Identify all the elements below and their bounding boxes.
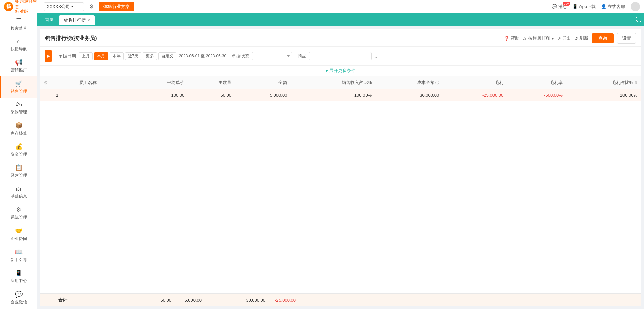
company-name: XXXXX公司	[47, 4, 70, 10]
sidebar-label-system: 系统管理	[11, 215, 27, 220]
message-button[interactable]: 💬 消息 99+	[552, 4, 567, 10]
shortcut-icon: ⌂	[17, 38, 21, 45]
settings-icon[interactable]: ⚙	[87, 2, 96, 11]
row-gross: -25,000.00	[443, 89, 507, 101]
page-title: 销售排行榜(按业务员)	[45, 35, 97, 42]
row-amount: 5,000.00	[235, 89, 291, 101]
app-icon: 📱	[572, 4, 578, 9]
query-button[interactable]: 查询	[592, 33, 614, 43]
logo-text: 畅康通好生意 标准版	[15, 0, 41, 14]
column-settings-icon[interactable]: ⚙	[44, 80, 48, 85]
finance-icon: 💰	[15, 143, 23, 150]
footer-amount: 5,000.00	[175, 298, 206, 303]
sidebar-item-finance[interactable]: 💰 资金管理	[0, 140, 37, 161]
sidebar-label-shortcut: 快捷导航	[11, 46, 27, 52]
sidebar-item-basic[interactable]: 🗂 基础信息	[0, 182, 37, 203]
sidebar-item-marketing[interactable]: 📢 营销推广	[0, 55, 37, 76]
system-icon: ⚙	[16, 206, 22, 213]
footer-gross: -25,000.00	[269, 298, 300, 303]
sidebar-label-apps: 应用中心	[11, 278, 27, 284]
tab-sales-ranking[interactable]: 销售排行榜 ×	[59, 15, 95, 25]
sidebar-label-sales: 销售管理	[11, 89, 27, 94]
sidebar-label-basic: 基础信息	[11, 194, 27, 199]
th-settings: ⚙	[40, 76, 52, 89]
print-icon: 🖨	[523, 36, 527, 41]
tab-bar: 首页 销售排行榜 × — ⛶	[37, 13, 644, 26]
goods-filter-label: 商品	[298, 53, 306, 59]
last7-button[interactable]: 近7天	[125, 52, 141, 60]
sidebar-item-system[interactable]: ⚙ 系统管理	[0, 203, 37, 224]
th-gross-pct: 毛利占比% ⇅	[567, 76, 641, 89]
row-avg-price: 100.00	[132, 89, 189, 101]
service-icon: 👤	[601, 4, 606, 9]
row-sales-pct: 100.00%	[291, 89, 376, 101]
expand-down-icon: ▾	[326, 68, 328, 73]
sidebar-item-search[interactable]: ☰ 搜索菜单	[0, 13, 37, 35]
filter-expand-arrow[interactable]: ▶	[45, 50, 52, 62]
sidebar-item-apps[interactable]: 📱 应用中心	[0, 266, 37, 287]
th-amount: 全额	[235, 76, 291, 89]
logo-icon: 畅	[4, 2, 13, 11]
sidebar-label-marketing: 营销推广	[11, 67, 27, 73]
app-download-button[interactable]: 📱 App下载	[572, 4, 596, 10]
company-selector[interactable]: XXXXX公司 ▾	[44, 2, 84, 11]
status-select[interactable]	[252, 52, 292, 60]
sidebar-item-sales[interactable]: 🛒 销售管理	[0, 76, 37, 98]
setting-button[interactable]: 设置	[617, 33, 636, 44]
help-button[interactable]: ❓ 帮助	[504, 35, 519, 41]
sidebar-item-operations[interactable]: 📋 经营管理	[0, 161, 37, 182]
th-rank	[52, 76, 75, 89]
date-buttons: 上月 本月 本年 近7天 更多 自定义	[79, 52, 176, 60]
row-gross-pct: 100.00%	[567, 89, 641, 101]
sidebar-item-shortcut[interactable]: ⌂ 快捷导航	[0, 35, 37, 55]
more-filters-icon[interactable]: …	[374, 54, 379, 59]
sidebar-item-enterprise[interactable]: 🤝 企业协同	[0, 224, 37, 245]
custom-date-button[interactable]: 自定义	[158, 52, 176, 60]
sidebar-item-guide[interactable]: 📖 新手引导	[0, 245, 37, 266]
sidebar-label-inventory: 库存核算	[11, 131, 27, 136]
top-bar: 畅 畅康通好生意 标准版 XXXXX公司 ▾ ⚙ 体验行业方案 💬 消息 99+…	[0, 0, 644, 13]
th-name: 员工名称	[75, 76, 132, 89]
sidebar-item-inventory[interactable]: 📦 库存核算	[0, 118, 37, 140]
footer-label: 合计	[54, 297, 95, 303]
th-cost: 成本全额 ⓘ	[376, 76, 443, 89]
this-month-button[interactable]: 本月	[94, 52, 108, 60]
app-label: App下载	[579, 4, 596, 10]
this-year-button[interactable]: 本年	[110, 52, 124, 60]
sidebar-label-search: 搜索菜单	[11, 25, 27, 31]
table-container: ⚙ 员工名称 平均单价 主数量 全额 销售收入占比% 成本全额 ⓘ 毛利 毛利率…	[40, 76, 641, 293]
table-row: 1 100.00 50.00 5,000.00 100.00% 30,000.0…	[40, 89, 641, 101]
date-range-text: 2023-06-01 至 2023-06-30	[179, 53, 226, 59]
print-button[interactable]: 🖨 按模板打印 ▾	[523, 35, 554, 41]
expand-conditions-button[interactable]: ▾ 展开更多条件	[326, 68, 355, 74]
purchase-icon: 🛍	[16, 101, 22, 108]
goods-input[interactable]	[309, 52, 372, 60]
page-header: 销售排行榜(按业务员) ❓ 帮助 🖨 按模板打印 ▾ ↗ 导出	[40, 29, 641, 47]
table-header-row: ⚙ 员工名称 平均单价 主数量 全额 销售收入占比% 成本全额 ⓘ 毛利 毛利率…	[40, 76, 641, 89]
message-badge: 99+	[563, 2, 570, 6]
refresh-button[interactable]: ↺ 刷新	[574, 35, 588, 41]
online-service-button[interactable]: 👤 在线客服	[601, 4, 625, 10]
sidebar-item-wechat[interactable]: 💬 企业微信	[0, 287, 37, 308]
apps-icon: 📱	[15, 269, 23, 277]
last-month-button[interactable]: 上月	[79, 52, 93, 60]
tab-minimize-icon[interactable]: —	[628, 17, 633, 23]
tab-bar-right: — ⛶	[628, 17, 641, 23]
logo: 畅 畅康通好生意 标准版	[4, 0, 41, 14]
tab-maximize-icon[interactable]: ⛶	[636, 17, 641, 23]
tab-home[interactable]: 首页	[40, 13, 59, 26]
more-date-button[interactable]: 更多	[143, 52, 157, 60]
row-qty: 50.00	[188, 89, 235, 101]
data-table: ⚙ 员工名称 平均单价 主数量 全额 销售收入占比% 成本全额 ⓘ 毛利 毛利率…	[40, 76, 641, 101]
avatar[interactable]	[631, 2, 640, 11]
guide-icon: 📖	[15, 248, 23, 256]
sidebar-item-purchase[interactable]: 🛍 采购管理	[0, 98, 37, 118]
print-chevron-icon: ▾	[552, 36, 554, 41]
tab-close-icon[interactable]: ×	[88, 18, 90, 23]
basic-icon: 🗂	[16, 185, 22, 192]
top-bar-right: 💬 消息 99+ 📱 App下载 👤 在线客服	[552, 2, 640, 11]
export-button[interactable]: ↗ 导出	[557, 35, 571, 41]
row-name	[75, 89, 132, 101]
trial-button[interactable]: 体验行业方案	[99, 2, 134, 11]
th-sales-pct: 销售收入占比%	[291, 76, 376, 89]
